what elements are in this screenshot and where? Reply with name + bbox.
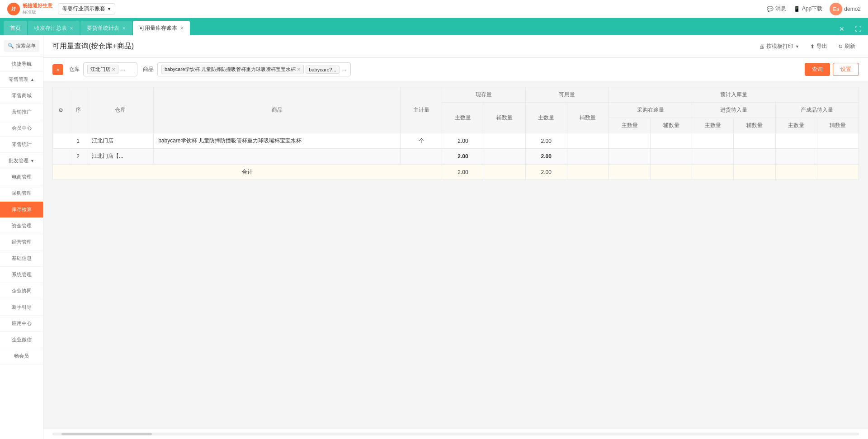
th-available: 可用量 xyxy=(525,87,609,103)
sidebar-item-retail-mgmt[interactable]: 零售管理 ▲ xyxy=(0,71,43,88)
page-title: 可用量查询(按仓库+商品) xyxy=(52,42,134,57)
row1-purchase-aux xyxy=(651,133,692,149)
user-avatar[interactable]: Ea demo2 xyxy=(830,3,861,15)
warehouse-more-btn[interactable]: ··· xyxy=(120,66,126,73)
th-settings[interactable]: ⚙ xyxy=(53,87,69,133)
sidebar-item-app-center[interactable]: 应用中心 xyxy=(0,316,43,332)
tab-maximize-btn[interactable]: ⛶ xyxy=(852,23,864,35)
row2-finished-main xyxy=(775,149,817,165)
th-product: 商品 xyxy=(154,87,401,133)
row1-finished-main xyxy=(775,133,817,149)
row2-available-aux xyxy=(567,149,609,165)
sidebar-item-corp-wechat[interactable]: 企业微信 xyxy=(0,332,43,348)
page-actions: 🖨 按模板打印 ▼ ⬆ 导出 ↻ 刷新 xyxy=(755,41,859,57)
arrow-icon: ▼ xyxy=(30,159,34,163)
th-unit: 主计量 xyxy=(401,87,442,133)
query-btn[interactable]: 查询 xyxy=(805,63,830,76)
chevron-down-icon: ▼ xyxy=(107,7,111,11)
th-purchase-transit: 采购在途量 xyxy=(609,103,692,118)
total-row: 合计 2.00 2.00 xyxy=(53,164,859,180)
sidebar-item-marketing[interactable]: 营销推广 xyxy=(0,104,43,120)
app-download-action[interactable]: 📱 App下载 xyxy=(793,5,822,13)
tab-receive-send[interactable]: 收发存汇总表 ✕ xyxy=(28,21,80,35)
tab-order-stats[interactable]: 要货单统计表 ✕ xyxy=(80,21,132,35)
sidebar-item-wholesale[interactable]: 批发管理 ▼ xyxy=(0,153,43,169)
sidebar: 🔍 搜索菜单 快捷导航 零售管理 ▲ 零售商城 营销推广 会员中心 零售统计 批… xyxy=(0,35,43,439)
sidebar-item-ecommerce[interactable]: 电商管理 xyxy=(0,169,43,185)
sidebar-item-new-guide[interactable]: 新手引导 xyxy=(0,299,43,316)
product-more-btn[interactable]: ··· xyxy=(341,66,347,73)
row2-warehouse: 江北门店【... xyxy=(87,149,154,165)
sidebar-item-vip[interactable]: 畅会员 xyxy=(0,348,43,364)
th-inbound-aux: 辅数量 xyxy=(734,118,775,133)
tab-available-stock[interactable]: 可用量库存账本 ✕ xyxy=(133,21,190,35)
template-print-btn[interactable]: 🖨 按模板打印 ▼ xyxy=(755,41,803,52)
tab-close-order-stats[interactable]: ✕ xyxy=(122,26,126,31)
tab-close-btn[interactable]: ✕ xyxy=(835,23,848,35)
filter-actions: 查询 设置 xyxy=(805,63,859,76)
sidebar-item-inventory[interactable]: 库存核算 xyxy=(0,202,43,218)
tab-close-available-stock[interactable]: ✕ xyxy=(180,26,184,31)
row2-unit xyxy=(401,149,442,165)
th-finished-pending: 产成品待入量 xyxy=(775,103,859,118)
warehouse-input[interactable]: 江北门店 ✕ ··· xyxy=(83,62,137,76)
warehouse-label: 仓库 xyxy=(69,66,80,73)
scrollbar-track[interactable] xyxy=(52,433,859,435)
th-purchase-aux: 辅数量 xyxy=(651,118,692,133)
product-tag1-close[interactable]: ✕ xyxy=(297,67,301,72)
product-tag2: babycare?... xyxy=(306,66,340,74)
th-current-stock: 现存量 xyxy=(442,87,525,103)
th-current-aux: 辅数量 xyxy=(484,103,525,133)
row2-check[interactable] xyxy=(53,149,69,165)
sidebar-item-finance[interactable]: 资金管理 xyxy=(0,218,43,234)
export-icon: ⬆ xyxy=(810,43,815,50)
scrollbar-thumb[interactable] xyxy=(61,433,152,435)
sidebar-item-system[interactable]: 系统管理 xyxy=(0,267,43,283)
total-available-aux xyxy=(567,164,609,180)
row1-available-aux xyxy=(567,133,609,149)
setting-btn[interactable]: 设置 xyxy=(833,63,859,76)
sidebar-item-retail-stats[interactable]: 零售统计 xyxy=(0,137,43,153)
expand-filter-btn[interactable]: » xyxy=(52,64,63,75)
row2-finished-aux xyxy=(817,149,859,165)
sidebar-item-enterprise[interactable]: 企业协同 xyxy=(0,283,43,299)
sidebar-search-area: 🔍 搜索菜单 xyxy=(0,35,43,57)
table-area: ⚙ 序 仓库 商品 主计量 现存量 可用量 预计入库量 主数量 辅数量 主数量 … xyxy=(43,81,868,429)
refresh-btn[interactable]: ↻ 刷新 xyxy=(835,41,859,52)
sidebar-item-member[interactable]: 会员中心 xyxy=(0,120,43,137)
table-footer xyxy=(43,429,868,439)
sidebar-quick-nav[interactable]: 快捷导航 xyxy=(0,57,43,71)
row2-purchase-aux xyxy=(651,149,692,165)
row1-check[interactable] xyxy=(53,133,69,149)
filter-bar: » 仓库 江北门店 ✕ ··· 商品 babycare学饮杯 儿童防摔防撞吸管杯… xyxy=(43,58,868,81)
logo-icon: 好 xyxy=(7,3,20,15)
tab-close-receive-send[interactable]: ✕ xyxy=(70,26,73,31)
product-input[interactable]: babycare学饮杯 儿童防摔防撞吸管杯重力球吸嘴杯宝宝水杯 ✕ babyca… xyxy=(157,62,351,76)
th-no: 序 xyxy=(69,87,87,133)
tab-home[interactable]: 首页 xyxy=(4,21,27,35)
message-action[interactable]: 💬 消息 xyxy=(767,5,786,13)
total-current-aux xyxy=(484,164,525,180)
total-inbound-aux xyxy=(734,164,775,180)
row1-purchase-main xyxy=(609,133,650,149)
sidebar-item-retail-mall[interactable]: 零售商城 xyxy=(0,88,43,104)
th-finished-main: 主数量 xyxy=(775,118,817,133)
arrow-icon: ▲ xyxy=(30,77,34,82)
sidebar-item-purchase[interactable]: 采购管理 xyxy=(0,185,43,202)
nav-tabs: 首页 收发存汇总表 ✕ 要货单统计表 ✕ 可用量库存账本 ✕ ✕ ⛶ xyxy=(0,18,868,35)
row2-inbound-main xyxy=(692,149,734,165)
warehouse-tag-close[interactable]: ✕ xyxy=(112,67,115,72)
search-menu-btn[interactable]: 🔍 搜索菜单 xyxy=(4,40,39,52)
sidebar-item-ops[interactable]: 经营管理 xyxy=(0,234,43,250)
product-filter-group: 商品 babycare学饮杯 儿童防摔防撞吸管杯重力球吸嘴杯宝宝水杯 ✕ bab… xyxy=(143,62,351,76)
sidebar-item-basic[interactable]: 基础信息 xyxy=(0,250,43,267)
product-tag1: babycare学饮杯 儿童防摔防撞吸管杯重力球吸嘴杯宝宝水杯 ✕ xyxy=(161,65,304,74)
search-icon: 🔍 xyxy=(8,43,14,49)
refresh-icon: ↻ xyxy=(838,43,843,50)
export-btn[interactable]: ⬆ 导出 xyxy=(807,41,831,52)
page-header: 可用量查询(按仓库+商品) 🖨 按模板打印 ▼ ⬆ 导出 ↻ 刷新 xyxy=(43,35,868,58)
row1-no: 1 xyxy=(69,133,87,149)
total-finished-aux xyxy=(817,164,859,180)
industry-selector[interactable]: 母婴行业演示账套 ▼ xyxy=(58,3,115,14)
print-icon: 🖨 xyxy=(759,43,764,50)
